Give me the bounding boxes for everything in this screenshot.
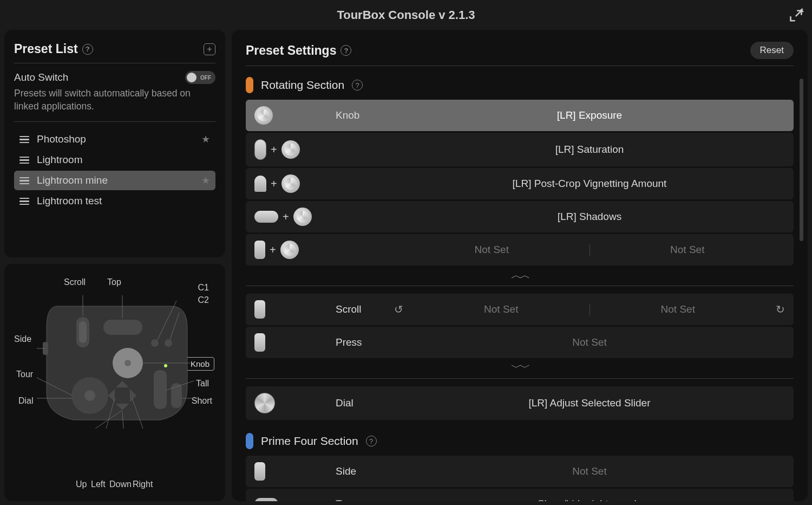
preset-item-label: Photoshop [37, 133, 86, 145]
diagram-label-tour: Tour [16, 370, 33, 379]
diagram-label-side: Side [14, 334, 31, 344]
drag-handle-icon[interactable] [19, 177, 29, 185]
setting-row-top-plus-knob[interactable]: + [LR] Post-Crop Vignetting Amount [246, 168, 794, 199]
svg-rect-3 [79, 321, 87, 343]
knob-icon [280, 241, 299, 259]
preset-settings-panel: Preset Settings ? Reset Rotating Section… [232, 30, 808, 501]
setting-row-vpill-plus-knob[interactable]: + Not Set Not Set [246, 234, 794, 266]
scroll-icon [254, 139, 266, 160]
top-icon [254, 498, 278, 501]
side-icon [254, 462, 265, 481]
knob-icon [293, 208, 312, 226]
chevron-down-divider[interactable]: ﹀﹀ [246, 360, 794, 379]
knob-icon [281, 174, 300, 193]
scrollbar[interactable] [800, 79, 803, 241]
preset-item-label: Lightroom test [37, 195, 102, 207]
preset-item-label: Lightroom [37, 154, 83, 166]
preset-item-photoshop[interactable]: Photoshop ★ [14, 130, 215, 149]
preset-item-lightroom-mine[interactable]: Lightroom mine ★ [14, 171, 215, 190]
diagram-label-c2: C2 [198, 295, 209, 305]
help-icon[interactable]: ? [352, 80, 363, 90]
plus-icon: + [270, 244, 276, 256]
press-icon [254, 333, 265, 352]
knob-icon [281, 140, 300, 159]
plus-icon: + [271, 178, 277, 190]
section-header-prime-four: Prime Four Section ? [246, 433, 794, 449]
diagram-label-c1: C1 [198, 283, 209, 293]
dial-icon [254, 393, 275, 413]
svg-rect-4 [103, 320, 142, 335]
setting-row-press[interactable]: Press Not Set [246, 327, 794, 358]
top-icon [254, 176, 266, 192]
help-icon[interactable]: ? [82, 44, 93, 55]
device-diagram-icon [36, 290, 198, 431]
drag-handle-icon[interactable] [19, 157, 29, 164]
svg-point-6 [165, 339, 172, 347]
auto-switch-description: Presets will switch automatically based … [14, 87, 215, 122]
pill-horizontal-icon [254, 211, 278, 223]
reset-button[interactable]: Reset [750, 42, 794, 59]
auto-switch-label: Auto Switch [14, 72, 68, 83]
setting-row-knob[interactable]: Knob [LR] Exposure [246, 100, 794, 131]
section-color-pill [246, 433, 253, 449]
star-icon[interactable]: ★ [201, 133, 210, 145]
auto-switch-toggle[interactable]: OFF [185, 71, 215, 84]
svg-point-5 [151, 339, 159, 347]
expand-window-icon[interactable] [789, 8, 804, 23]
plus-icon: + [283, 211, 289, 223]
setting-row-scroll[interactable]: Scroll ↺ Not Set Not Set ↻ [246, 294, 794, 325]
diagram-label-right: Right [133, 480, 153, 489]
setting-row-scroll-plus-knob[interactable]: + [LR] Saturation [246, 133, 794, 166]
drag-handle-icon[interactable] [19, 136, 29, 144]
setting-row-dial[interactable]: Dial [LR] Adjust Selected Slider [246, 386, 794, 420]
scroll-icon [254, 300, 265, 319]
preset-item-label: Lightroom mine [37, 174, 108, 186]
diagram-label-dial: Dial [18, 396, 34, 406]
rotate-ccw-icon: ↺ [394, 303, 403, 316]
star-icon[interactable]: ★ [201, 174, 210, 186]
setting-row-side[interactable]: Side Not Set [246, 456, 794, 487]
preset-settings-title: Preset Settings [246, 43, 336, 58]
setting-row-pill-plus-knob[interactable]: + [LR] Shadows [246, 201, 794, 232]
section-header-rotating: Rotating Section ? [246, 77, 794, 93]
help-icon[interactable]: ? [340, 45, 351, 56]
preset-item-lightroom[interactable]: Lightroom [14, 150, 215, 170]
knob-icon [254, 106, 273, 125]
drag-handle-icon[interactable] [19, 198, 29, 205]
rotate-cw-icon: ↻ [776, 303, 785, 316]
app-title: TourBox Console v 2.1.3 [337, 8, 475, 22]
diagram-label-left: Left [91, 480, 106, 489]
diagram-label-top: Top [107, 277, 121, 287]
diagram-label-up: Up [76, 480, 87, 489]
preset-item-lightroom-test[interactable]: Lightroom test [14, 191, 215, 211]
diagram-label-scroll: Scroll [64, 277, 86, 287]
svg-point-8 [125, 360, 131, 366]
chevron-up-divider[interactable]: ︿︿ [246, 268, 794, 286]
diagram-label-down: Down [109, 480, 132, 489]
pill-vertical-icon [254, 241, 265, 259]
plus-icon: + [271, 144, 277, 156]
setting-row-top[interactable]: Top Show/hide right panels [246, 489, 794, 501]
help-icon[interactable]: ? [366, 436, 377, 446]
device-diagram-panel: Scroll Top C1 C2 Side Tour Dial Knob Tal… [4, 264, 225, 501]
preset-list-title: Preset List [14, 42, 78, 56]
section-color-pill [246, 77, 253, 93]
svg-point-11 [84, 390, 95, 401]
svg-point-9 [164, 364, 167, 367]
add-preset-button[interactable]: + [204, 43, 215, 55]
preset-list-panel: Preset List ? + Auto Switch OFF Presets … [4, 30, 225, 257]
